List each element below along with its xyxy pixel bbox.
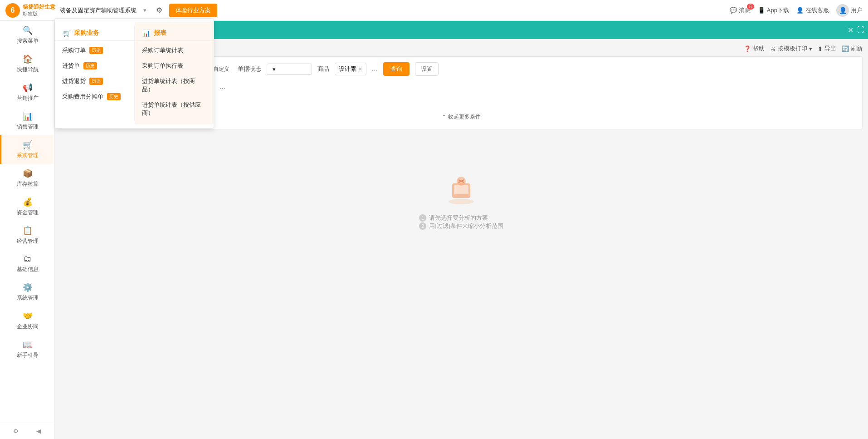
user-item[interactable]: 👤 用户	[836, 4, 863, 17]
report-section-icon: 📊	[142, 29, 151, 38]
export-icon: ⬆	[818, 45, 823, 52]
settings-button[interactable]: 设置	[415, 62, 439, 76]
print-icon: 🖨	[770, 45, 776, 52]
report-section-title: 📊 报表	[135, 26, 214, 41]
sidebar-item-purchase[interactable]: 🛒 采购管理	[0, 135, 54, 164]
refresh-item[interactable]: 🔄 刷新	[842, 44, 863, 53]
search-icon: 🔍	[23, 25, 33, 35]
topbar-settings-icon[interactable]: ⚙	[153, 4, 166, 17]
menu-item-receive-by-goods[interactable]: 进货单统计表（按商品）	[135, 74, 214, 97]
tip-dot-2: 2	[419, 222, 426, 230]
operations-icon: 📋	[23, 226, 33, 236]
logo-icon: 6	[5, 3, 20, 18]
sidebar-item-system-label: 系统管理	[17, 294, 39, 302]
message-icon: 💬	[730, 7, 737, 14]
doc-status-arrow: ▾	[273, 66, 276, 73]
sidebar-item-search[interactable]: 🔍 搜索菜单	[0, 21, 54, 49]
menu-item-receive[interactable]: 进货单 历史	[55, 58, 134, 74]
export-item[interactable]: ⬆ 导出	[818, 44, 836, 53]
menu-item-expense-label: 采购费用分摊单	[62, 93, 103, 101]
sidebar-item-sales-label: 销售管理	[17, 123, 39, 131]
menu-item-return-label: 进货退货	[62, 77, 86, 85]
topbar-right: 💬 消息 5 📱 App下载 👤 在线客服 👤 用户	[730, 4, 863, 17]
goods-tag: 设计素 ✕	[335, 63, 366, 75]
salesperson-more[interactable]: ...	[219, 83, 225, 91]
sidebar-item-operations[interactable]: 📋 经营管理	[0, 221, 54, 250]
menu-item-receive-by-goods-label: 进货单统计表（按商品）	[142, 77, 207, 94]
phone-icon: 📱	[758, 7, 765, 14]
sidebar-item-inventory-label: 库存核算	[17, 180, 39, 188]
sidebar-item-quick-nav[interactable]: 🏠 快捷导航	[0, 49, 54, 78]
message-badge: 5	[747, 4, 754, 10]
sidebar-item-system[interactable]: ⚙️ 系统管理	[0, 278, 54, 306]
print-item[interactable]: 🖨 按模板打印 ▾	[770, 44, 812, 53]
menu-item-receive-history: 历史	[83, 62, 97, 69]
help-item[interactable]: ❓ 帮助	[744, 44, 765, 53]
sidebar-item-cooperation[interactable]: 🤝 企业协同	[0, 306, 54, 335]
industry-button[interactable]: 体验行业方案	[169, 4, 217, 17]
goods-more[interactable]: ...	[372, 65, 378, 73]
sidebar-item-sales[interactable]: 📊 销售管理	[0, 107, 54, 135]
main-content: 首页 销售排行榜 ✕ ✕ ⛶ ❓ 帮助 🖨 按模板打印	[54, 21, 868, 439]
sidebar-item-finance-label: 资金管理	[17, 209, 39, 217]
menu-item-receive-by-supplier-label: 进货单统计表（按供应商）	[142, 101, 207, 117]
online-service-item[interactable]: 👤 在线客服	[796, 6, 829, 15]
sidebar-item-finance[interactable]: 💰 资金管理	[0, 192, 54, 221]
doc-status-select[interactable]: ▾	[267, 64, 312, 75]
sales-icon: 📊	[23, 111, 33, 121]
empty-tip-2: 2 用[过滤]条件来缩小分析范围	[419, 222, 503, 230]
sidebar-item-basic-info[interactable]: 🗂 基础信息	[0, 250, 54, 278]
sidebar-item-newbie[interactable]: 📖 新手引导	[0, 335, 54, 364]
system-title: 装备及固定资产辅助管理系统	[60, 6, 137, 15]
print-label: 按模板打印	[778, 44, 807, 53]
sidebar-bottom: ⚙ ◀	[0, 423, 54, 439]
report-menu-section: 📊 报表 采购订单统计表 采购订单执行表 进货单统计表（按商品） 进货单统计表（…	[135, 22, 214, 124]
menu-item-expense-history: 历史	[107, 93, 121, 100]
sidebar-item-newbie-label: 新手引导	[17, 351, 39, 359]
sidebar-item-marketing-label: 营销推广	[17, 94, 39, 102]
refresh-icon: 🔄	[842, 45, 849, 52]
sidebar-item-purchase-label: 采购管理	[17, 152, 39, 159]
collapse-label: 收起更多条件	[448, 113, 481, 121]
marketing-icon: 📢	[23, 83, 33, 93]
query-button[interactable]: 查询	[383, 62, 410, 76]
menu-item-po-label: 采购订单	[62, 46, 86, 54]
user-label: 用户	[851, 6, 863, 15]
svg-rect-2	[454, 185, 468, 194]
tip-dot-1: 1	[419, 214, 426, 222]
sidebar-item-cooperation-label: 企业协同	[17, 323, 39, 330]
sidebar-settings-icon[interactable]: ⚙	[13, 428, 19, 434]
system-dropdown-arrow[interactable]: ▾	[140, 6, 149, 15]
menu-item-expense[interactable]: 采购费用分摊单 历史	[55, 89, 134, 104]
logo-area: 6 畅捷通好生意 标准版	[5, 3, 60, 18]
sidebar-item-marketing[interactable]: 📢 营销推广	[0, 78, 54, 107]
menu-item-po[interactable]: 采购订单 历史	[55, 43, 134, 58]
svg-point-0	[449, 199, 474, 204]
topbar-center: 装备及固定资产辅助管理系统 ▾ ⚙ 体验行业方案	[60, 4, 730, 17]
menu-item-receive-by-supplier[interactable]: 进货单统计表（按供应商）	[135, 97, 214, 121]
refresh-label: 刷新	[851, 44, 863, 53]
sidebar-item-inventory[interactable]: 📦 库存核算	[0, 164, 54, 192]
menu-item-receive-label: 进货单	[62, 62, 80, 70]
menu-item-po-stat[interactable]: 采购订单统计表	[135, 43, 214, 58]
online-service-label: 在线客服	[805, 6, 829, 15]
empty-illustration	[443, 172, 479, 208]
inventory-icon: 📦	[23, 168, 33, 178]
sidebar: 🔍 搜索菜单 🏠 快捷导航 📢 营销推广 📊 销售管理 🛒 采购管理 📦 库存核…	[0, 21, 54, 439]
purchase-section-title-text: 采购业务	[74, 29, 99, 37]
sidebar-item-quick-nav-label: 快捷导航	[17, 66, 39, 74]
sidebar-collapse-icon[interactable]: ◀	[36, 428, 41, 434]
menu-item-po-exec[interactable]: 采购订单执行表	[135, 58, 214, 74]
tabbar-close-icon[interactable]: ✕	[848, 26, 853, 35]
message-item[interactable]: 💬 消息 5	[730, 6, 751, 15]
collapse-chevron: ⌃	[442, 114, 446, 120]
tabbar-maximize-icon[interactable]: ⛶	[857, 26, 864, 34]
goods-tag-close[interactable]: ✕	[358, 66, 362, 72]
system-icon: ⚙️	[23, 282, 33, 292]
app-download-item[interactable]: 📱 App下载	[758, 6, 789, 15]
export-label: 导出	[824, 44, 836, 53]
menu-item-return[interactable]: 进货退货 历史	[55, 74, 134, 89]
purchase-menu-section: 🛒 采购业务 采购订单 历史 进货单 历史 进货退货 历史 采购费用分摊单	[55, 22, 134, 124]
sidebar-item-search-label: 搜索菜单	[17, 37, 39, 45]
tabbar-right: ✕ ⛶	[848, 26, 864, 35]
